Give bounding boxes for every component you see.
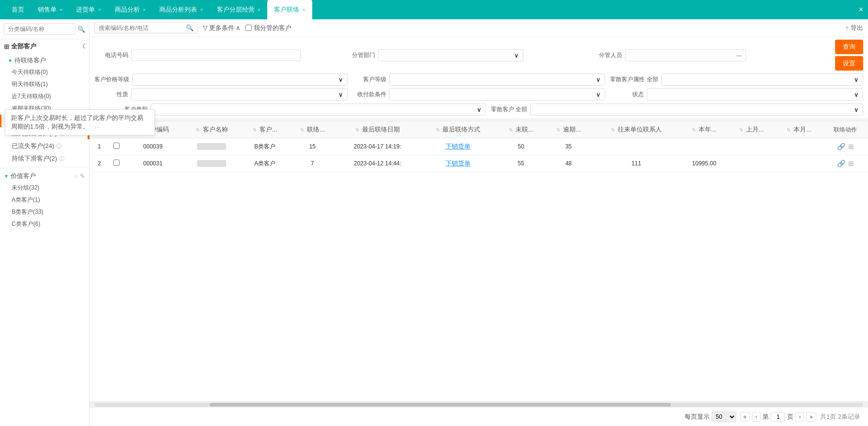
export-btn[interactable]: ↑ 导出	[846, 24, 864, 32]
horizontal-scrollbar[interactable]	[90, 401, 868, 407]
table-header-row: ⚙ ⇅ 客户编码 ⇅ 客户名称 ⇅	[90, 121, 868, 138]
nav-close-sales[interactable]: ×	[60, 7, 62, 13]
row1-last-method[interactable]: 下销货单	[419, 138, 497, 155]
th-not-contacted[interactable]: ⇅ 未联...	[497, 121, 545, 138]
sidebar-divider	[0, 167, 89, 167]
row2-grid-icon[interactable]: ⊞	[848, 160, 854, 167]
th-current-month[interactable]: ⇅ 本月...	[776, 121, 823, 138]
row1-name-blurred	[197, 143, 226, 150]
scatter-attr-filter: 零散客户属性 全部 ∨	[610, 73, 863, 86]
today-pending-item[interactable]: 今天待联络(0)	[0, 66, 89, 78]
value-customers-group[interactable]: ▼ 价值客户 ○ ✎	[0, 169, 89, 182]
customer-grade-select[interactable]: ∨	[389, 73, 606, 86]
value-edit-icons: ○ ✎	[74, 173, 85, 180]
nav-close-customer-tier[interactable]: ×	[258, 7, 260, 13]
row1-contact-count: 15	[289, 138, 336, 155]
next-page-btn[interactable]: ›	[795, 412, 804, 422]
declining-item[interactable]: 持续下滑客户(2) ⓘ	[0, 152, 89, 165]
row2-action-icons: 🔗 ⊞	[826, 160, 865, 167]
sidebar-collapse-btn[interactable]: 《	[79, 43, 85, 51]
value-circle-icon[interactable]: ○	[74, 173, 78, 180]
row2-last-month	[728, 155, 776, 172]
nav-close-analysis-list[interactable]: ×	[200, 7, 203, 13]
tomorrow-pending-item[interactable]: 明天待联络(1)	[0, 78, 89, 90]
churned-label: 已流失客户(24)	[12, 142, 54, 150]
price-grade-chevron: ∨	[338, 76, 343, 83]
a-class-item[interactable]: A类客户(1)	[0, 194, 89, 206]
payment-select[interactable]: ∨	[389, 88, 606, 101]
nature-select[interactable]: ∨	[131, 88, 348, 101]
th-contact-count[interactable]: ⇅ 联络...	[289, 121, 336, 138]
th-last-month[interactable]: ⇅ 上月...	[728, 121, 776, 138]
advanced-filters: 电话号码 分管部门 ∨ 分管人员 ··· 查询 设置	[90, 37, 868, 119]
value-edit-icon[interactable]: ✎	[80, 173, 85, 180]
dept-select[interactable]: ∨	[378, 49, 523, 61]
sidebar-search-input[interactable]	[4, 23, 76, 35]
ungrouped-item[interactable]: 未分组(32)	[0, 182, 89, 194]
page-number-input[interactable]	[771, 412, 785, 422]
scatter-customer-select[interactable]: ∨	[530, 103, 863, 116]
row2-checkbox-cell	[109, 155, 123, 172]
scrollbar-thumb[interactable]	[210, 403, 671, 407]
nature-chevron: ∨	[338, 91, 343, 98]
nav-close-analysis[interactable]: ×	[143, 7, 146, 13]
scatter-attr-select[interactable]: ∨	[661, 73, 863, 86]
row2-index: 2	[90, 155, 109, 172]
nav-item-customer-contact[interactable]: 客户联络 ×	[267, 0, 312, 19]
nav-item-analysis-list[interactable]: 商品分析列表 ×	[152, 0, 210, 19]
prev-page-btn[interactable]: ‹	[752, 412, 761, 422]
phone-input[interactable]	[131, 49, 301, 61]
status-select[interactable]: ∨	[647, 88, 863, 101]
nav-label-purchase: 进货单	[76, 5, 95, 14]
th-overdue[interactable]: ⇅ 逾期...	[545, 121, 592, 138]
nav-item-home[interactable]: 首页	[5, 0, 31, 19]
row1-link-icon[interactable]: 🔗	[837, 143, 845, 150]
row1-last-month	[728, 138, 776, 155]
pending-contact-group[interactable]: ▼ 待联络客户	[0, 54, 89, 66]
sidebar-search-icon[interactable]: 🔍	[77, 26, 85, 33]
more-conditions-btn[interactable]: ▽ 更多条件 ∧	[203, 24, 241, 32]
last-page-btn[interactable]: »	[806, 412, 816, 422]
more-conditions-label: 更多条件	[209, 24, 234, 32]
customer-type-select[interactable]: ∨	[151, 103, 486, 116]
b-class-item[interactable]: B类客户(33)	[0, 206, 89, 218]
nature-label: 性质	[94, 90, 128, 99]
pending-triangle-icon: ▼	[8, 58, 13, 63]
nav-item-customer-tier[interactable]: 客户分层经营 ×	[210, 0, 267, 19]
first-page-btn[interactable]: «	[740, 412, 750, 422]
th-last-contact-date[interactable]: ⇅ 最后联络日期	[336, 121, 419, 138]
th-customer-type[interactable]: ⇅ 客户...	[241, 121, 289, 138]
nav-item-sales[interactable]: 销售单 ×	[31, 0, 69, 19]
nav-item-purchase[interactable]: 进货单 ×	[69, 0, 107, 19]
row2-checkbox[interactable]	[113, 160, 120, 166]
nav-close-purchase[interactable]: ×	[98, 7, 101, 13]
th-year-amount[interactable]: ⇅ 本年...	[681, 121, 728, 138]
all-customers-header[interactable]: ⊞ 全部客户 《	[0, 39, 89, 54]
th-contact-person[interactable]: ⇅ 往来单位联系人	[592, 121, 680, 138]
window-close-button[interactable]: ×	[859, 5, 863, 14]
week-pending-item[interactable]: 近7天待联络(0)	[0, 90, 89, 103]
c-class-item[interactable]: C类客户(6)	[0, 218, 89, 230]
main-search-input[interactable]	[99, 25, 186, 31]
nav-close-customer-contact[interactable]: ×	[302, 7, 305, 13]
row1-checkbox[interactable]	[113, 143, 120, 149]
query-button[interactable]: 查询	[835, 40, 863, 54]
my-customers-checkbox[interactable]	[245, 25, 252, 31]
settings-button[interactable]: 设置	[835, 56, 863, 71]
main-search-icon[interactable]: 🔍	[186, 24, 194, 31]
nav-label-analysis-list: 商品分析列表	[159, 5, 197, 14]
person-select[interactable]: ···	[625, 49, 746, 61]
nav-item-analysis[interactable]: 商品分析 ×	[108, 0, 152, 19]
price-grade-label: 客户价格等级	[94, 75, 129, 84]
row2-method-link[interactable]: 下销货单	[445, 160, 471, 167]
th-customer-name[interactable]: ⇅ 客户名称	[183, 121, 242, 138]
price-grade-select[interactable]: ∨	[132, 73, 348, 86]
th-last-contact-method[interactable]: ⇅ 最后联络方式	[419, 121, 497, 138]
churned-item[interactable]: 已流失客户(24) ⓘ	[0, 140, 89, 152]
sort-dots-person: ⇅	[611, 127, 615, 132]
per-page-select[interactable]: 50 100 200	[712, 411, 736, 422]
row1-method-link[interactable]: 下销货单	[445, 143, 471, 150]
row2-last-method[interactable]: 下销货单	[419, 155, 497, 172]
row2-link-icon[interactable]: 🔗	[837, 160, 845, 167]
row1-grid-icon[interactable]: ⊞	[848, 143, 854, 150]
